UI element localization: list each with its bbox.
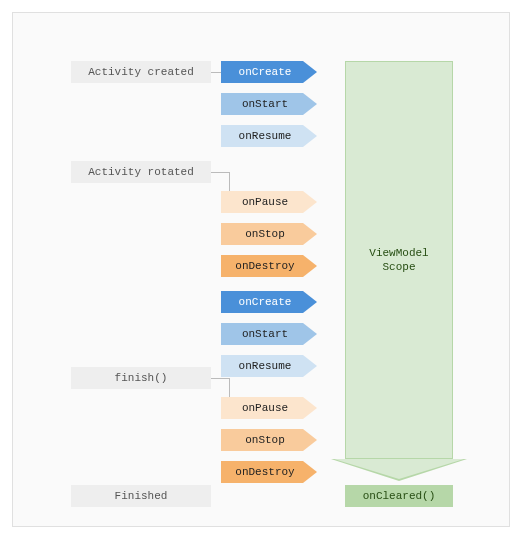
arrow-head-icon — [303, 93, 317, 115]
arrow-head-icon — [303, 397, 317, 419]
lifecycle-onstop: onStop — [221, 223, 317, 245]
lifecycle-oncreate: onCreate — [221, 61, 317, 83]
arrow-head-icon — [303, 255, 317, 277]
lifecycle-onstop: onStop — [221, 429, 317, 451]
lifecycle-label: onDestroy — [235, 260, 302, 272]
arrow-head-icon — [303, 355, 317, 377]
connector — [211, 378, 229, 379]
state-rotated: Activity rotated — [71, 161, 211, 183]
arrow-head-icon — [303, 191, 317, 213]
lifecycle-onresume: onResume — [221, 355, 317, 377]
lifecycle-label: onStart — [242, 328, 296, 340]
lifecycle-onstart: onStart — [221, 93, 317, 115]
lifecycle-label: onResume — [239, 130, 300, 142]
lifecycle-onpause: onPause — [221, 191, 317, 213]
arrow-head-icon — [303, 461, 317, 483]
lifecycle-onstart: onStart — [221, 323, 317, 345]
lifecycle-label: onCreate — [239, 296, 300, 308]
lifecycle-label: onStart — [242, 98, 296, 110]
connector — [229, 172, 230, 192]
connector — [229, 378, 230, 398]
lifecycle-label: onStop — [245, 228, 293, 240]
lifecycle-onresume: onResume — [221, 125, 317, 147]
lifecycle-label: onPause — [242, 196, 296, 208]
lifecycle-label: onResume — [239, 360, 300, 372]
connector — [211, 172, 229, 173]
state-label: Activity created — [88, 66, 194, 78]
connector — [211, 72, 221, 73]
arrow-head-icon — [303, 323, 317, 345]
arrow-head-icon — [303, 125, 317, 147]
diagram-canvas: Activity created Activity rotated finish… — [12, 12, 510, 527]
lifecycle-label: onCreate — [239, 66, 300, 78]
lifecycle-ondestroy: onDestroy — [221, 255, 317, 277]
lifecycle-label: onStop — [245, 434, 293, 446]
lifecycle-onpause: onPause — [221, 397, 317, 419]
state-created: Activity created — [71, 61, 211, 83]
arrow-head-icon — [303, 223, 317, 245]
lifecycle-label: onPause — [242, 402, 296, 414]
state-label: Activity rotated — [88, 166, 194, 178]
arrow-head-icon — [303, 61, 317, 83]
arrow-head-icon — [303, 291, 317, 313]
scope-arrowhead-inner — [334, 459, 464, 479]
lifecycle-label: onDestroy — [235, 466, 302, 478]
viewmodel-scope-bar: ViewModel Scope — [345, 61, 453, 459]
state-label: Finished — [115, 490, 168, 502]
scope-title: ViewModel Scope — [369, 246, 428, 275]
arrow-head-icon — [303, 429, 317, 451]
state-label: finish() — [115, 372, 168, 384]
state-finished: Finished — [71, 485, 211, 507]
lifecycle-oncreate: onCreate — [221, 291, 317, 313]
lifecycle-ondestroy: onDestroy — [221, 461, 317, 483]
state-finish: finish() — [71, 367, 211, 389]
oncleared-label: onCleared() — [363, 490, 436, 502]
oncleared-box: onCleared() — [345, 485, 453, 507]
